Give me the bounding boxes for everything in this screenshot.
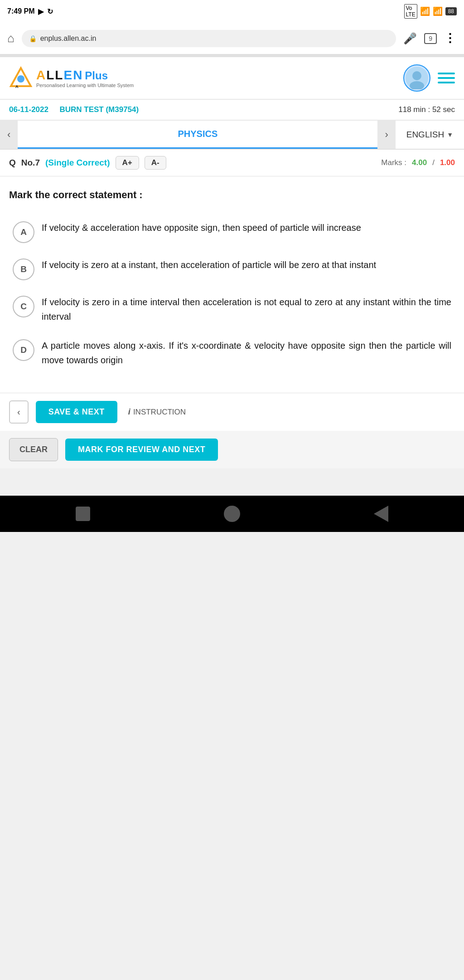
instruction-i-icon: i	[128, 407, 130, 417]
nav-circle-icon[interactable]	[224, 506, 240, 522]
signal-icon-1: 📶	[420, 6, 430, 16]
option-a-text: If velocity & acceleration have opposite…	[42, 220, 451, 235]
subject-tab-bar: ‹ PHYSICS › ENGLISH ▼	[0, 121, 464, 150]
subject-tab-physics[interactable]: PHYSICS	[18, 121, 377, 149]
browser-bar: ⌂ 🔒 enplus.allen.ac.in 🎤 9 ⋮	[0, 23, 464, 54]
allen-logo: A ALLEN Plus Personalised Learning with …	[9, 66, 134, 90]
option-c-circle: C	[13, 296, 34, 317]
tab-count[interactable]: 9	[424, 33, 437, 44]
lock-icon: 🔒	[29, 35, 37, 42]
back-button[interactable]: ‹	[9, 400, 29, 424]
avatar[interactable]	[403, 64, 430, 92]
test-timer: 118 min : 52 sec	[398, 105, 455, 114]
more-options-icon[interactable]: ⋮	[444, 31, 457, 45]
hamburger-line-2	[438, 77, 455, 79]
allen-brand-name: ALLEN	[36, 68, 83, 83]
subject-prev-button[interactable]: ‹	[0, 121, 18, 149]
option-b-circle: B	[13, 258, 34, 280]
option-d-item[interactable]: D A particle moves along x-axis. If it's…	[9, 331, 455, 375]
marks-negative: 1.00	[440, 158, 455, 167]
nav-back-icon[interactable]	[374, 506, 388, 522]
spacer-bottom	[0, 468, 464, 496]
marks-positive: 4.00	[412, 158, 427, 167]
dropdown-arrow-icon: ▼	[447, 131, 453, 138]
allen-tagline: Personalised Learning with Ultimate Syst…	[36, 83, 134, 88]
question-header: Q No.7 (Single Correct) A+ A- Marks : 4.…	[0, 150, 464, 176]
hamburger-line-1	[438, 73, 455, 74]
option-d-circle: D	[13, 339, 34, 361]
marks-label: Marks :	[381, 158, 406, 167]
q-number: No.7	[21, 158, 40, 168]
test-name: BURN TEST (M39754)	[59, 105, 139, 114]
refresh-icon: ↻	[47, 7, 53, 16]
url-text: enplus.allen.ac.in	[40, 34, 97, 43]
option-a-circle: A	[13, 221, 34, 243]
question-content: Mark the correct statement : A If veloci…	[0, 176, 464, 379]
test-info-bar: 06-11-2022 BURN TEST (M39754) 118 min : …	[0, 100, 464, 121]
spacer	[0, 379, 464, 393]
allen-plus-text: Plus	[85, 69, 108, 82]
header-right	[403, 64, 455, 92]
bottom-actions-row2: CLEAR MARK FOR REVIEW AND NEXT	[0, 431, 464, 468]
svg-point-1	[17, 75, 24, 83]
mark-review-button[interactable]: MARK FOR REVIEW AND NEXT	[65, 439, 218, 461]
english-tab-label: ENGLISH	[406, 130, 444, 140]
test-date: 06-11-2022	[9, 105, 48, 114]
marks-divider: /	[432, 158, 435, 167]
q-type: (Single Correct)	[45, 158, 110, 168]
clear-button[interactable]: CLEAR	[9, 438, 58, 461]
option-b-text: If velocity is zero at a instant, then a…	[42, 258, 451, 272]
status-bar: 7:49 PM ▶ ↻ VoLTE 📶 📶 88	[0, 0, 464, 23]
user-avatar-svg	[406, 67, 428, 89]
signal-icon-2: 📶	[433, 6, 443, 16]
font-decrease-button[interactable]: A-	[145, 156, 166, 170]
allen-logo-text: ALLEN Plus Personalised Learning with Ul…	[36, 68, 134, 88]
question-text: Mark the correct statement :	[9, 187, 455, 202]
q-label: Q	[9, 158, 16, 168]
bottom-actions-row1: ‹ SAVE & NEXT i INSTRUCTION	[0, 393, 464, 431]
font-increase-button[interactable]: A+	[116, 156, 139, 170]
app-header: A ALLEN Plus Personalised Learning with …	[0, 57, 464, 100]
allen-logo-icon: A	[9, 66, 33, 90]
options-list: A If velocity & acceleration have opposi…	[9, 213, 455, 375]
bottom-nav	[0, 496, 464, 532]
status-right-icons: VoLTE 📶 📶 88	[404, 4, 457, 19]
subject-tab-english[interactable]: ENGLISH ▼	[396, 122, 464, 148]
subject-next-button[interactable]: ›	[377, 121, 395, 149]
nav-square-icon[interactable]	[76, 507, 90, 521]
instruction-link[interactable]: i INSTRUCTION	[128, 407, 186, 417]
hamburger-menu[interactable]	[438, 73, 455, 83]
home-icon[interactable]: ⌂	[7, 31, 14, 45]
option-a-item[interactable]: A If velocity & acceleration have opposi…	[9, 213, 455, 250]
vo-lte-icon: VoLTE	[404, 4, 417, 19]
test-date-name: 06-11-2022 BURN TEST (M39754)	[9, 105, 139, 114]
option-d-text: A particle moves along x-axis. If it's x…	[42, 338, 451, 367]
browser-actions: 🎤 9 ⋮	[403, 31, 457, 45]
option-c-text: If velocity is zero in a time interval t…	[42, 295, 451, 324]
play-icon: ▶	[38, 7, 44, 16]
svg-point-4	[412, 71, 421, 80]
status-time: 7:49 PM ▶ ↻	[7, 7, 53, 16]
option-c-item[interactable]: C If velocity is zero in a time interval…	[9, 288, 455, 331]
instruction-text: INSTRUCTION	[133, 408, 186, 417]
time-display: 7:49 PM	[7, 7, 34, 15]
option-b-item[interactable]: B If velocity is zero at a instant, then…	[9, 250, 455, 288]
url-bar[interactable]: 🔒 enplus.allen.ac.in	[22, 30, 396, 47]
save-next-button[interactable]: SAVE & NEXT	[36, 401, 117, 423]
mic-icon[interactable]: 🎤	[403, 32, 417, 45]
hamburger-line-3	[438, 82, 455, 83]
battery-icon: 88	[445, 7, 457, 15]
svg-text:A: A	[15, 84, 19, 89]
